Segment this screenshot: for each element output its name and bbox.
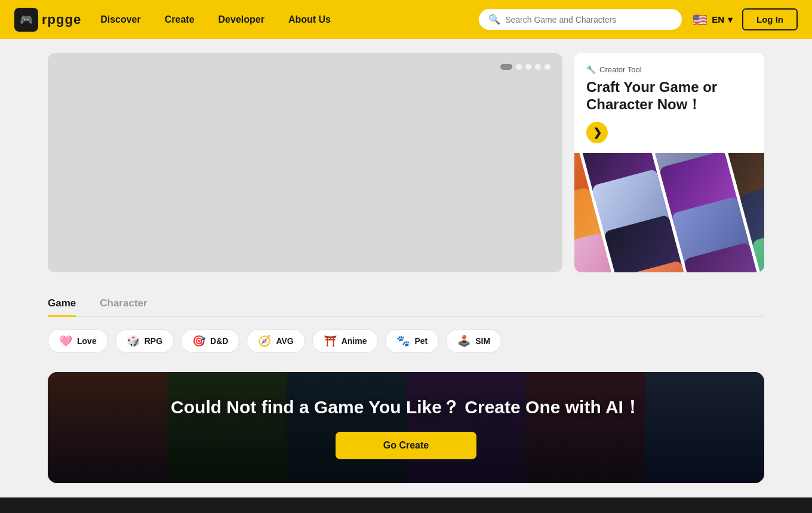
genre-pet-label: Pet [414, 336, 427, 346]
flag-icon: 🇺🇸 [691, 11, 708, 28]
logo-icon: 🎮 [14, 8, 38, 32]
genre-rpg-label: RPG [144, 336, 162, 346]
genre-pet[interactable]: 🐾 Pet [385, 329, 439, 353]
chevron-down-icon: ▾ [728, 14, 733, 25]
nav-developer[interactable]: Developer [219, 14, 264, 25]
content-tabs: Game Character [48, 291, 764, 317]
go-create-button[interactable]: Go Create [336, 432, 476, 459]
logo[interactable]: 🎮 rpgge [14, 8, 81, 32]
genre-sim-label: SIM [475, 336, 490, 346]
genre-filter-row: 🩷 Love 🎲 RPG 🎯 D&D 🧭 AVG ⛩️ Anime 🐾 Pet … [48, 329, 764, 353]
nav-discover[interactable]: Discover [100, 14, 141, 25]
search-bar: 🔍 [479, 9, 682, 30]
creator-arrow-button[interactable]: ❯ [586, 122, 608, 143]
hero-row: 🔧 Creator Tool Craft Your Game or Charac… [48, 53, 764, 272]
login-button[interactable]: Log In [742, 8, 798, 30]
language-label: EN [712, 14, 724, 24]
footer [0, 497, 812, 513]
create-banner: Could Not find a Game You Like？ Create O… [48, 372, 764, 483]
pet-icon: 🐾 [396, 334, 410, 348]
genre-anime-label: Anime [342, 336, 367, 346]
dnd-icon: 🎯 [192, 334, 205, 348]
genre-avg[interactable]: 🧭 AVG [247, 329, 304, 353]
logo-text: rpgge [42, 12, 81, 27]
slider-dot-3[interactable] [525, 64, 531, 70]
genre-rpg[interactable]: 🎲 RPG [115, 329, 174, 353]
genre-sim[interactable]: 🕹️ SIM [446, 329, 502, 353]
rpg-icon: 🎲 [127, 334, 140, 348]
nav-create[interactable]: Create [165, 14, 195, 25]
sim-icon: 🕹️ [457, 334, 470, 348]
language-selector[interactable]: 🇺🇸 EN ▾ [691, 11, 733, 28]
slider-dot-5[interactable] [545, 64, 550, 70]
banner-overlay [48, 372, 764, 483]
tab-game[interactable]: Game [48, 291, 76, 317]
navbar: 🎮 rpgge Discover Create Developer About … [0, 0, 812, 39]
creator-card: 🔧 Creator Tool Craft Your Game or Charac… [574, 53, 764, 272]
slider-dots [500, 64, 550, 70]
hero-slider[interactable] [48, 53, 562, 272]
creator-title: Craft Your Game or Character Now！ [586, 79, 752, 113]
search-input[interactable] [505, 15, 672, 24]
creator-card-content: 🔧 Creator Tool Craft Your Game or Charac… [574, 53, 764, 153]
love-icon: 🩷 [59, 334, 72, 348]
banner-headline: Could Not find a Game You Like？ Create O… [171, 395, 641, 420]
slider-dot-1[interactable] [500, 64, 512, 70]
search-icon: 🔍 [488, 14, 500, 25]
nav-links: Discover Create Developer About Us [100, 14, 479, 25]
slider-dot-2[interactable] [516, 64, 522, 70]
anime-icon: ⛩️ [324, 334, 337, 348]
wrench-icon: 🔧 [586, 65, 596, 74]
creator-images [574, 153, 764, 272]
main-content: 🔧 Creator Tool Craft Your Game or Charac… [0, 39, 812, 497]
tab-character[interactable]: Character [100, 291, 147, 317]
avg-icon: 🧭 [258, 334, 271, 348]
genre-dnd[interactable]: 🎯 D&D [181, 329, 239, 353]
creator-tool-label: 🔧 Creator Tool [586, 65, 752, 74]
nav-about[interactable]: About Us [288, 14, 331, 25]
genre-love[interactable]: 🩷 Love [48, 329, 108, 353]
genre-dnd-label: D&D [210, 336, 228, 346]
genre-anime[interactable]: ⛩️ Anime [312, 329, 379, 353]
slider-dot-4[interactable] [535, 64, 541, 70]
genre-avg-label: AVG [276, 336, 293, 346]
genre-love-label: Love [77, 336, 97, 346]
image-grid [574, 153, 764, 272]
